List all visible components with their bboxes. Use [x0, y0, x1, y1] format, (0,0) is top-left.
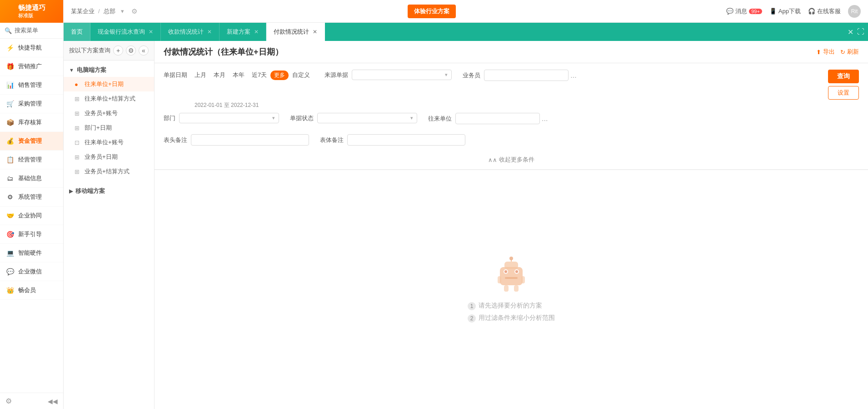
sidebar-item-coop[interactable]: 🤝 企业协同 [0, 207, 63, 225]
maximize-icon[interactable]: ⛶ [857, 28, 864, 36]
sidebar-collapse-btn[interactable]: ◀◀ [48, 398, 58, 405]
query-btn[interactable]: 查询 [828, 70, 859, 83]
svg-rect-11 [504, 285, 509, 292]
filter-settings-btn[interactable]: 设置 [828, 86, 859, 100]
date-filter-label: 单据日期 [164, 71, 187, 79]
scheme-item-label: 往来单位+结算方式 [85, 95, 135, 103]
date-range-text: 2022-01-01 至 2022-12-31 [195, 102, 259, 108]
tab-cash-flow-label: 现金银行流水查询 [98, 28, 145, 36]
date-last-month-btn[interactable]: 上月 [191, 70, 210, 81]
sidebar-settings-btn[interactable]: ⚙ [5, 397, 12, 405]
date-custom-btn[interactable]: 自定义 [289, 70, 314, 81]
sidebar-item-basic[interactable]: 🗂 基础信息 [0, 169, 63, 188]
sidebar-item-label: 销售管理 [18, 81, 42, 89]
tab-payment-stats[interactable]: 付款情况统计 ✕ [266, 23, 325, 41]
staff-more-icon[interactable]: ... [570, 71, 576, 80]
mobile-group-title[interactable]: ▶ 移动端方案 [64, 184, 154, 198]
tab-receipt-stats[interactable]: 收款情况统计 ✕ [161, 23, 219, 41]
page-title: 付款情况统计（往来单位+日期） [164, 46, 283, 57]
online-service-btn[interactable]: 🎧 在线客服 [808, 7, 841, 15]
tab-close-icon[interactable]: ✕ [149, 29, 153, 35]
sidebar: 畅捷通巧 标准版 🔍 搜索菜单 ⚡ 快捷导航 🎁 营销推广 📊 销售管理 🛒 采… [0, 0, 64, 409]
scheme-panel-header: 按以下方案查询 + ⚙ « [64, 41, 154, 61]
tab-new-scheme-label: 新建方案 [227, 28, 250, 36]
doc-status-select[interactable]: ▾ [317, 113, 417, 123]
scheme-item-dept-date[interactable]: ⊞ 部门+日期 [64, 121, 154, 135]
body-note-input[interactable] [347, 134, 465, 146]
app-download-btn[interactable]: 📱 App下载 [769, 7, 801, 15]
dept-select[interactable]: ▾ [179, 113, 279, 123]
partner-more-icon[interactable]: ... [542, 115, 548, 123]
finance-icon: 💰 [5, 136, 15, 146]
sidebar-item-system[interactable]: ⚙ 系统管理 [0, 188, 63, 207]
scheme-item-staff-settlement[interactable]: ⊞ 业务员+结算方式 [64, 164, 154, 179]
scheme-item-staff-account[interactable]: ⊞ 业务员+账号 [64, 106, 154, 121]
refresh-btn[interactable]: ↻ 刷新 [840, 48, 859, 56]
search-menu-item[interactable]: 🔍 搜索菜单 [0, 23, 63, 39]
sidebar-item-guide[interactable]: 🎯 新手引导 [0, 225, 63, 244]
sidebar-item-label: 采购管理 [18, 100, 42, 108]
sidebar-item-purchase[interactable]: 🛒 采购管理 [0, 95, 63, 113]
scheme-panel: 按以下方案查询 + ⚙ « ▼ 电脑端方案 ● 往来单位+日期 ⊞ [64, 41, 155, 409]
messages-btn[interactable]: 💬 消息 99+ [726, 7, 762, 15]
user-avatar[interactable]: Rit [848, 5, 861, 18]
scheme-item-partner-date[interactable]: ● 往来单位+日期 [64, 77, 154, 91]
collapse-arrow-icon: ∧∧ [488, 157, 497, 163]
staff-filter-item: 业务员 ... [463, 70, 576, 81]
scheme-item-staff-date[interactable]: ⊞ 业务员+日期 [64, 150, 154, 164]
branch-name: 总部 [104, 7, 115, 15]
sidebar-item-shortcut[interactable]: ⚡ 快捷导航 [0, 39, 63, 57]
tab-cash-flow[interactable]: 现金银行流水查询 ✕ [90, 23, 161, 41]
export-icon: ⬆ [816, 49, 821, 56]
scheme-table-icon: ⊞ [75, 125, 82, 131]
sidebar-item-hardware[interactable]: 💻 智能硬件 [0, 244, 63, 263]
date-more-btn[interactable]: 更多 [270, 71, 289, 80]
body-note-filter-item: 表体备注 [320, 134, 465, 146]
scheme-item-partner-account[interactable]: ⊡ 往来单位+账号 [64, 135, 154, 150]
group-expand-icon: ▼ [69, 67, 74, 73]
doc-status-label: 单据状态 [290, 114, 314, 122]
partner-input[interactable] [455, 113, 540, 124]
sidebar-item-marketing[interactable]: 🎁 营销推广 [0, 57, 63, 76]
collapse-filter-btn[interactable]: ∧∧ 收起更多条件 [164, 156, 859, 164]
tab-close-icon[interactable]: ✕ [207, 29, 212, 35]
tab-new-scheme[interactable]: 新建方案 ✕ [219, 23, 266, 41]
scheme-settings-btn[interactable]: ⚙ [126, 45, 136, 56]
group-label: 移动端方案 [75, 187, 105, 195]
staff-input[interactable] [484, 70, 569, 81]
empty-illustration [489, 253, 534, 294]
sidebar-item-member[interactable]: 👑 畅会员 [0, 281, 63, 300]
scheme-item-partner-settlement[interactable]: ⊞ 往来单位+结算方式 [64, 91, 154, 106]
sidebar-item-inventory[interactable]: 📦 库存核算 [0, 113, 63, 132]
tab-close-icon[interactable]: ✕ [313, 29, 317, 35]
sidebar-item-label: 库存核算 [18, 118, 42, 126]
date-this-month-btn[interactable]: 本月 [210, 70, 229, 81]
collapse-panel-btn[interactable]: « [139, 45, 149, 56]
partner-label: 往来单位 [428, 115, 452, 123]
group-expand-icon: ▶ [69, 188, 73, 194]
sidebar-item-operations[interactable]: 📋 经营管理 [0, 151, 63, 169]
sidebar-item-weixin[interactable]: 💬 企业微信 [0, 263, 63, 281]
sidebar-item-sales[interactable]: 📊 销售管理 [0, 76, 63, 95]
header-note-input[interactable] [191, 134, 309, 146]
date-this-year-btn[interactable]: 本年 [229, 70, 248, 81]
tab-close-icon[interactable]: ✕ [254, 29, 259, 35]
pc-group-title[interactable]: ▼ 电脑端方案 [64, 63, 154, 77]
trial-btn[interactable]: 体验行业方案 [408, 5, 456, 18]
app-download-label: App下载 [778, 7, 801, 15]
app-logo: 畅捷通巧 标准版 [0, 0, 63, 23]
tab-home[interactable]: 首页 [64, 23, 90, 41]
source-doc-label: 来源单据 [324, 71, 348, 79]
sidebar-item-finance[interactable]: 💰 资金管理 [0, 132, 63, 151]
sidebar-item-label: 系统管理 [18, 193, 42, 201]
add-scheme-btn[interactable]: + [113, 45, 123, 56]
settings-icon[interactable]: ⚙ [131, 7, 137, 15]
group-label: 电脑端方案 [77, 66, 106, 74]
export-btn[interactable]: ⬆ 导出 [816, 48, 835, 56]
date-7days-btn[interactable]: 近7天 [248, 70, 270, 81]
source-doc-select[interactable]: ▾ [352, 70, 452, 80]
topbar: 某某企业 / 总部 ▾ ⚙ 体验行业方案 💬 消息 99+ 📱 App下载 🎧 … [64, 0, 868, 23]
topbar-center: 体验行业方案 [408, 5, 456, 18]
dropdown-icon[interactable]: ▾ [121, 8, 124, 15]
close-all-icon[interactable]: ✕ [848, 28, 853, 36]
